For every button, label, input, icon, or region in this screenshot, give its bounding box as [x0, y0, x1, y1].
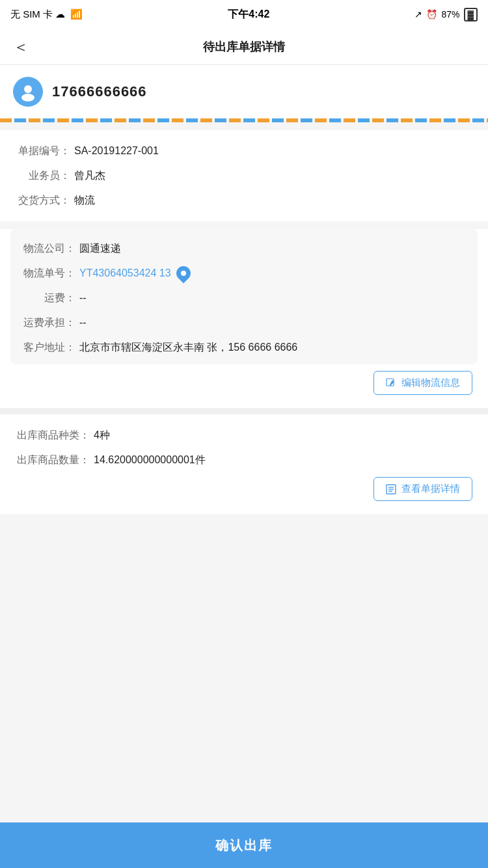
alarm-icon: ⏰ — [426, 9, 437, 20]
status-right: ↗ ⏰ 87% ▓ — [414, 8, 478, 21]
goods-type-label: 出库商品种类： — [16, 427, 94, 443]
address-label: 客户地址： — [21, 340, 79, 355]
logistics-card: 物流公司： 圆通速递 物流单号： YT43064053424 13 运费： --… — [10, 229, 478, 364]
location-pin-icon[interactable] — [173, 263, 193, 283]
sales-person-label: 业务员： — [16, 168, 74, 183]
freight-bearer-value: -- — [79, 315, 467, 331]
confirm-button-label: 确认出库 — [215, 837, 273, 854]
address-value: 北京市市辖区海淀区永丰南 张，156 6666 6666 — [79, 340, 467, 355]
document-number-label: 单据编号： — [16, 143, 74, 159]
freight-label: 运费： — [21, 290, 79, 306]
logistics-company-value: 圆通速递 — [79, 241, 467, 256]
goods-section: 出库商品种类： 4种 出库商品数量： 14.620000000000001件 查… — [0, 414, 488, 514]
edit-logistics-btn-row: 编辑物流信息 — [0, 364, 488, 408]
document-number-value: SA-20191227-001 — [74, 143, 472, 159]
bottom-spacer — [0, 514, 488, 592]
tracking-number-label: 物流单号： — [21, 265, 79, 281]
freight-bearer-label: 运费承担： — [21, 315, 79, 331]
document-number-row: 单据编号： SA-20191227-001 — [16, 143, 472, 159]
dashed-divider — [0, 118, 488, 122]
sales-person-row: 业务员： 曾凡杰 — [16, 168, 472, 183]
wifi-icon: 📶 — [70, 8, 83, 20]
tracking-number-value: YT43064053424 13 — [79, 265, 467, 281]
goods-quantity-value: 14.620000000000001件 — [94, 452, 472, 468]
goods-quantity-label: 出库商品数量： — [16, 452, 94, 468]
delivery-method-value: 物流 — [74, 193, 472, 208]
logistics-section: 物流公司： 圆通速递 物流单号： YT43064053424 13 运费： --… — [0, 229, 488, 408]
svg-point-1 — [21, 94, 34, 102]
delivery-method-label: 交货方式： — [16, 193, 74, 208]
confirm-button-area[interactable]: 确认出库 — [0, 822, 488, 868]
freight-value: -- — [79, 290, 467, 306]
status-bar: 无 SIM 卡 ☁ 📶 下午4:42 ↗ ⏰ 87% ▓ — [0, 0, 488, 29]
order-info-section: 单据编号： SA-20191227-001 业务员： 曾凡杰 交货方式： 物流 — [0, 130, 488, 221]
back-button[interactable]: ＜ — [13, 39, 29, 55]
delivery-method-row: 交货方式： 物流 — [16, 193, 472, 208]
customer-header: 17666666666 — [0, 65, 488, 118]
sim-status: 无 SIM 卡 ☁ — [10, 8, 65, 21]
goods-type-row: 出库商品种类： 4种 — [16, 427, 472, 443]
logistics-company-row: 物流公司： 圆通速递 — [21, 241, 467, 256]
goods-type-value: 4种 — [94, 427, 472, 443]
battery-percentage: 87% — [441, 9, 459, 20]
view-detail-btn-row: 查看单据详情 — [16, 477, 472, 501]
customer-phone: 17666666666 — [52, 83, 147, 100]
status-left: 无 SIM 卡 ☁ 📶 — [10, 8, 83, 21]
tracking-number-row: 物流单号： YT43064053424 13 — [21, 265, 467, 281]
freight-bearer-row: 运费承担： -- — [21, 315, 467, 331]
location-status-icon: ↗ — [414, 9, 422, 20]
address-row: 客户地址： 北京市市辖区海淀区永丰南 张，156 6666 6666 — [21, 340, 467, 355]
status-time: 下午4:42 — [228, 8, 269, 21]
edit-logistics-button[interactable]: 编辑物流信息 — [373, 371, 472, 395]
goods-quantity-row: 出库商品数量： 14.620000000000001件 — [16, 452, 472, 468]
freight-row: 运费： -- — [21, 290, 467, 306]
battery-icon: ▓ — [464, 8, 478, 21]
logistics-company-label: 物流公司： — [21, 241, 79, 256]
section-divider — [0, 408, 488, 414]
nav-bar: ＜ 待出库单据详情 — [0, 29, 488, 65]
svg-point-0 — [24, 85, 32, 93]
sales-person-value: 曾凡杰 — [74, 168, 472, 183]
page-title: 待出库单据详情 — [203, 39, 285, 55]
view-detail-button[interactable]: 查看单据详情 — [373, 477, 472, 501]
avatar — [13, 77, 43, 107]
